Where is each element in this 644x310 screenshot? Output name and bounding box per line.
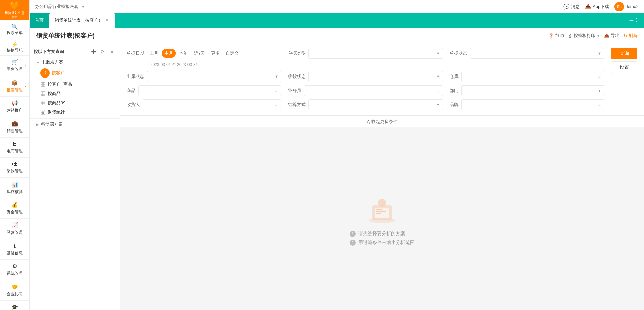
user-menu[interactable]: Ea demo2 [614, 2, 639, 11]
svg-rect-2 [41, 85, 43, 86]
page-title: 销货单统计表(按客户) [36, 32, 95, 44]
sidebar-item-retail[interactable]: 🛒 零售管理 ▼ [0, 56, 29, 76]
quick-nav-item[interactable]: ⚡ 快捷导航 [0, 39, 29, 56]
doc-status-label: 单据状态 [450, 50, 467, 56]
app-download-button[interactable]: 📥 App下载 [585, 4, 609, 10]
print-icon: 🖨 [568, 33, 572, 38]
finance-icon: 💰 [11, 202, 18, 208]
sidebar-item-system[interactable]: ⚙ 系统管理 [0, 260, 29, 280]
collapse-panel-button[interactable]: « [108, 48, 116, 55]
mobile-expand-icon: ▶ [36, 123, 39, 126]
empty-illustration [362, 192, 402, 225]
settlement-arrow: ▼ [436, 103, 440, 107]
refresh-button[interactable]: ↻ 刷新 [624, 33, 637, 39]
marketing-label: 营销推广 [7, 108, 23, 113]
download-icon: 📥 [585, 4, 591, 10]
scheme-return-stats-label: 退货统计 [48, 109, 65, 115]
scheme-return-stats[interactable]: 退货统计 [38, 108, 120, 117]
tab-sales-stats[interactable]: 销货单统计表（按客户） ✕ [49, 13, 115, 28]
warehouse-cell: 仓库 ··· [450, 71, 604, 82]
goods-select[interactable]: ··· [138, 85, 281, 96]
active-scheme-dot: 按 [40, 68, 50, 78]
left-panel-header: 按以下方案查询 ➕ ⟳ « [30, 48, 120, 58]
date-filter-cell: 单据日期 上月 本月 本年 近7天 更多 自定义 [127, 49, 281, 58]
sidebar-item-enterprise[interactable]: 🤝 企业协同 [0, 280, 29, 301]
recipient-cell: 收货人 ··· [127, 99, 281, 110]
sidebar-item-basic-info[interactable]: ℹ 基础信息 [0, 239, 29, 260]
management-icon: 📈 [11, 222, 18, 228]
sidebar-item-sales[interactable]: 💼 销售管理 [0, 117, 29, 138]
search-menu-label: 搜索菜单 [7, 30, 23, 36]
maximize-icon[interactable]: ⛶ [636, 17, 641, 23]
receipt-status-select[interactable]: ▼ [308, 71, 443, 82]
search-menu-item[interactable]: 🔍 搜索菜单 [0, 20, 29, 39]
tip2-text: 用过滤条件来缩小分析范围 [358, 240, 415, 246]
pc-scheme-group-header[interactable]: ▼ 电脑端方案 [32, 58, 120, 67]
recipient-select[interactable]: ··· [143, 99, 281, 110]
topbar-right: 💬 消息 📥 App下载 Ea demo2 [563, 2, 639, 11]
close-tab-icon[interactable]: ✕ [105, 17, 109, 23]
mobile-scheme-group-header[interactable]: ▶ 移动端方案 [32, 120, 120, 129]
message-label: 消息 [571, 4, 580, 10]
retail-arrow-icon: ▼ [24, 64, 27, 67]
brand-select[interactable]: ··· [461, 99, 604, 110]
svg-rect-1 [43, 82, 45, 84]
date-option-custom[interactable]: 自定义 [223, 49, 241, 58]
guide-icon: 🎓 [11, 304, 18, 310]
grid-icon [40, 82, 46, 87]
help-button[interactable]: ❓ 帮助 [548, 33, 564, 39]
scheme-customer-goods-label: 按客户+商品 [48, 81, 72, 87]
wholesale-icon: 📦 [11, 80, 18, 86]
minimize-icon[interactable]: ─ [630, 17, 633, 23]
date-option-last-month[interactable]: 上月 [147, 49, 161, 58]
warehouse-select[interactable]: ··· [461, 71, 604, 82]
add-scheme-button[interactable]: ➕ [90, 48, 97, 55]
out-status-select[interactable]: ▼ [147, 71, 281, 82]
goods-ellipsis: ··· [275, 88, 278, 93]
message-icon: 💬 [563, 4, 570, 10]
refresh-scheme-button[interactable]: ⟳ [99, 48, 106, 55]
sidebar-item-finance[interactable]: 💰 资金管理 [0, 198, 29, 219]
scheme-by-customer[interactable]: 按 按客户 [38, 67, 120, 80]
finance-label: 资金管理 [7, 209, 23, 215]
doc-type-cell: 单据类型 ▼ [288, 48, 443, 59]
empty-tip-2: 2 用过滤条件来缩小分析范围 [350, 240, 415, 246]
date-option-this-year[interactable]: 本年 [176, 49, 191, 58]
export-button[interactable]: 📤 导出 [604, 33, 620, 39]
svg-rect-3 [43, 85, 45, 86]
empty-tips: 1 请先选择要分析的方案 2 用过滤条件来缩小分析范围 [350, 231, 415, 246]
query-button[interactable]: 查询 [611, 48, 637, 59]
sidebar-item-inventory[interactable]: 📊 库存核算 [0, 178, 29, 198]
date-option-7days[interactable]: 近7天 [191, 49, 208, 58]
table2-icon [40, 100, 46, 106]
sidebar-item-guide[interactable]: 🎓 新手引导 [0, 301, 29, 310]
message-button[interactable]: 💬 消息 [563, 4, 580, 10]
collapse-bar[interactable]: ⋀ 收起更多条件 [120, 116, 644, 127]
print-button[interactable]: 🖨 按模板打印 ▼ [568, 33, 600, 39]
doc-type-select[interactable]: ▼ [308, 48, 443, 59]
sidebar-item-purchase[interactable]: 🛍 采购管理 [0, 158, 29, 178]
filter-action-buttons: 查询 设置 [611, 48, 637, 73]
tab-home[interactable]: 首页 [30, 13, 49, 28]
table-icon [40, 91, 46, 96]
date-option-more[interactable]: 更多 [208, 49, 222, 58]
scheme-customer-goods[interactable]: 按客户+商品 [38, 80, 120, 89]
salesperson-select[interactable]: ··· [304, 85, 443, 96]
scheme-goods-99-label: 按商品99 [48, 100, 65, 106]
settlement-select[interactable]: ▼ [308, 99, 443, 110]
dept-select[interactable]: ▼ [461, 85, 604, 96]
help-icon: ❓ [548, 33, 554, 38]
pc-group-label: 电脑端方案 [42, 59, 63, 65]
setting-button[interactable]: 设置 [611, 61, 637, 73]
sidebar-item-marketing[interactable]: 📢 营销推广 [0, 97, 29, 117]
retail-icon: 🛒 [11, 59, 18, 65]
sidebar-item-ecommerce[interactable]: 🖥 电商管理 [0, 138, 29, 158]
date-option-this-month[interactable]: 本月 [162, 49, 176, 58]
svg-rect-19 [376, 211, 386, 212]
out-status-label: 出库状态 [127, 73, 144, 80]
sidebar-item-management[interactable]: 📈 经营管理 [0, 219, 29, 239]
sidebar-item-wholesale[interactable]: 📦 批发管理 ▲ [0, 76, 29, 97]
scheme-goods-99[interactable]: 按商品99 [38, 98, 120, 108]
doc-status-select[interactable]: ▼ [470, 48, 604, 59]
scheme-by-goods[interactable]: 按商品 [38, 89, 120, 98]
